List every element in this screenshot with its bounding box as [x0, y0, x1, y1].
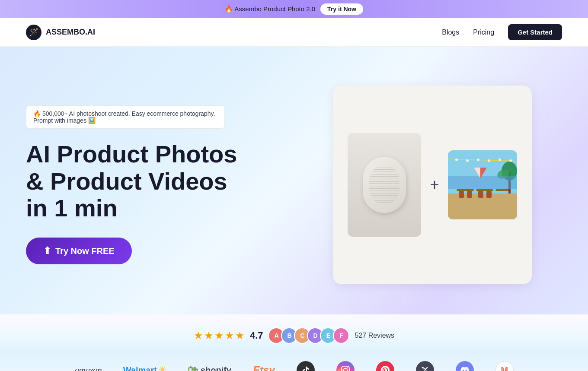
pinterest-svg	[381, 366, 390, 371]
hero-right: +	[303, 86, 562, 284]
discord-svg	[460, 366, 469, 371]
walmart-logo: Walmart ✳	[123, 365, 166, 371]
stars-row: ★ ★ ★ ★ ★ 4.7 A B C D E F 527 Reviews	[194, 327, 394, 344]
star-1: ★	[194, 330, 203, 342]
x-icon	[416, 361, 434, 371]
gmail-letter: M	[501, 365, 508, 371]
hero-badge-text: 🔥 500,000+ AI photoshoot created. Easy e…	[33, 110, 217, 124]
background-scene	[448, 150, 517, 219]
plus-icon: +	[430, 176, 439, 194]
product-showcase: +	[333, 86, 532, 284]
reviewer-avatars: A B C D E F	[268, 327, 349, 344]
discord-logo	[456, 361, 474, 371]
star-3: ★	[214, 330, 224, 342]
etsy-logo: Etsy	[253, 364, 275, 371]
reviews-count: 527 Reviews	[355, 332, 394, 339]
star-5: ★	[235, 330, 245, 342]
shopify-bag-icon: 🛍	[188, 364, 198, 371]
nav-links: Blogs Pricing Get Started	[442, 24, 562, 40]
walmart-text: Walmart	[123, 365, 157, 371]
amazon-logo: amazon	[74, 365, 101, 371]
tiktok-logo	[297, 361, 315, 371]
svg-rect-11	[495, 189, 511, 191]
nav-logo: 🪄 ASSEMBO.AI	[26, 25, 95, 40]
reviews-section: ★ ★ ★ ★ ★ 4.7 A B C D E F 527 Reviews	[0, 314, 588, 352]
nav-link-pricing[interactable]: Pricing	[473, 29, 494, 36]
hero-title-line1: AI Product Photos	[26, 140, 237, 168]
get-started-button[interactable]: Get Started	[508, 24, 562, 40]
svg-point-3	[455, 159, 458, 161]
hero-title-line2: & Product Videos	[26, 168, 227, 195]
instagram-icon	[336, 361, 355, 371]
svg-rect-12	[459, 191, 464, 198]
shopify-text: shopify	[201, 365, 231, 371]
amazon-text: amazon	[74, 365, 101, 371]
nav-link-blogs[interactable]: Blogs	[442, 29, 459, 36]
avatar-6: F	[333, 327, 349, 344]
gmail-logo: M	[495, 361, 514, 371]
hero-title: AI Product Photos & Product Videos in 1 …	[26, 141, 285, 222]
svg-rect-9	[457, 189, 474, 191]
svg-rect-10	[476, 189, 493, 191]
svg-point-6	[488, 159, 490, 162]
svg-rect-13	[467, 191, 472, 198]
hero-cta-label: Try Now FREE	[55, 246, 115, 256]
scene-svg	[448, 150, 517, 219]
tiktok-svg	[301, 366, 310, 371]
product-image-left	[348, 133, 421, 237]
announcement-text: 🔥 Assembo Product Photo 2.0	[225, 5, 315, 13]
svg-rect-15	[486, 191, 492, 198]
svg-point-4	[466, 159, 469, 162]
svg-point-5	[477, 159, 479, 161]
pinterest-logo	[376, 361, 394, 371]
instagram-svg	[341, 366, 350, 371]
hero-title-line3: in 1 min	[26, 194, 118, 222]
discord-icon	[456, 361, 474, 371]
x-twitter-logo	[416, 361, 434, 371]
navbar: 🪄 ASSEMBO.AI Blogs Pricing Get Started	[0, 18, 588, 47]
hero-section: 🔥 500,000+ AI photoshoot created. Easy e…	[0, 47, 588, 314]
svg-point-7	[499, 159, 501, 161]
svg-rect-19	[448, 176, 517, 189]
announcement-cta-button[interactable]: Try it Now	[320, 3, 363, 15]
logo-text: ASSEMBO.AI	[46, 28, 95, 37]
pinterest-icon	[376, 361, 394, 371]
hero-left: 🔥 500,000+ AI photoshoot created. Easy e…	[26, 105, 285, 264]
etsy-text: Etsy	[253, 364, 275, 371]
rating-number: 4.7	[250, 330, 263, 341]
logo-strip: amazon Walmart ✳ 🛍 shopify Etsy	[0, 352, 588, 371]
hero-badge: 🔥 500,000+ AI photoshoot created. Easy e…	[26, 105, 225, 129]
announcement-bar: 🔥 Assembo Product Photo 2.0 Try it Now	[0, 0, 588, 18]
product-showcase-inner: +	[339, 124, 525, 245]
tiktok-icon	[297, 361, 315, 371]
speaker-grille	[369, 165, 399, 204]
x-svg	[421, 366, 429, 371]
walmart-star-icon: ✳	[159, 365, 166, 371]
logo-icon: 🪄	[26, 25, 42, 40]
try-now-free-button[interactable]: ⬆ Try Now FREE	[26, 238, 132, 264]
speaker-body	[363, 157, 406, 213]
gmail-icon: M	[495, 361, 514, 371]
svg-rect-14	[478, 191, 483, 198]
star-rating: ★ ★ ★ ★ ★	[194, 330, 245, 342]
upload-icon: ⬆	[43, 245, 51, 257]
star-4: ★	[225, 330, 234, 342]
star-2: ★	[204, 330, 214, 342]
product-image-right	[448, 150, 517, 219]
shopify-logo: 🛍 shopify	[188, 364, 231, 371]
instagram-logo	[336, 361, 355, 371]
